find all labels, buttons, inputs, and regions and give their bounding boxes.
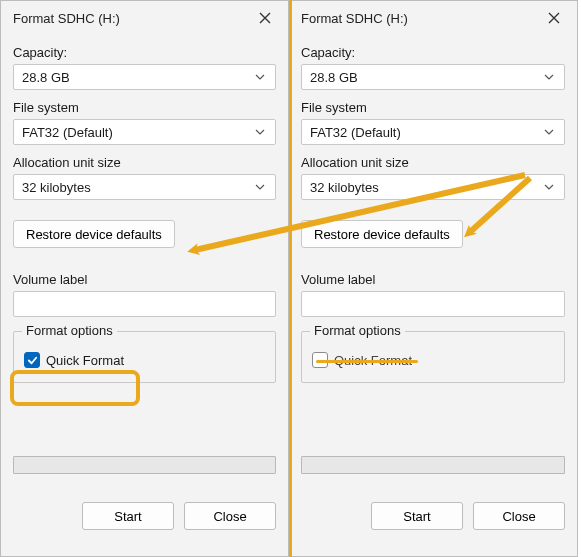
chevron-down-icon <box>542 125 556 139</box>
volume-label-input[interactable] <box>13 291 276 317</box>
annotation-divider <box>289 0 292 557</box>
allocation-select[interactable]: 32 kilobytes <box>13 174 276 200</box>
start-button[interactable]: Start <box>371 502 463 530</box>
quick-format-checkbox[interactable] <box>24 352 40 368</box>
restore-defaults-label: Restore device defaults <box>314 227 450 242</box>
filesystem-select[interactable]: FAT32 (Default) <box>301 119 565 145</box>
titlebar: Format SDHC (H:) <box>1 1 288 35</box>
filesystem-label: File system <box>13 100 276 115</box>
window-title: Format SDHC (H:) <box>13 11 248 26</box>
close-button[interactable]: Close <box>473 502 565 530</box>
format-options-legend: Format options <box>310 323 405 338</box>
chevron-down-icon <box>542 180 556 194</box>
format-options-legend: Format options <box>22 323 117 338</box>
restore-defaults-button[interactable]: Restore device defaults <box>13 220 175 248</box>
restore-defaults-label: Restore device defaults <box>26 227 162 242</box>
chevron-down-icon <box>253 180 267 194</box>
allocation-label: Allocation unit size <box>13 155 276 170</box>
volume-label-input[interactable] <box>301 291 565 317</box>
capacity-value: 28.8 GB <box>310 70 542 85</box>
close-button[interactable]: Close <box>184 502 276 530</box>
format-options-group: Format options Quick Format <box>13 331 276 383</box>
close-icon[interactable] <box>537 5 571 31</box>
window-title: Format SDHC (H:) <box>301 11 537 26</box>
capacity-select[interactable]: 28.8 GB <box>301 64 565 90</box>
chevron-down-icon <box>253 125 267 139</box>
filesystem-value: FAT32 (Default) <box>22 125 253 140</box>
chevron-down-icon <box>253 70 267 84</box>
capacity-label: Capacity: <box>13 45 276 60</box>
format-options-group: Format options Quick Format <box>301 331 565 383</box>
quick-format-label: Quick Format <box>46 353 124 368</box>
start-button[interactable]: Start <box>82 502 174 530</box>
volume-label-label: Volume label <box>13 272 276 287</box>
allocation-select[interactable]: 32 kilobytes <box>301 174 565 200</box>
restore-defaults-button[interactable]: Restore device defaults <box>301 220 463 248</box>
filesystem-value: FAT32 (Default) <box>310 125 542 140</box>
filesystem-label: File system <box>301 100 565 115</box>
volume-label-label: Volume label <box>301 272 565 287</box>
filesystem-select[interactable]: FAT32 (Default) <box>13 119 276 145</box>
format-dialog-left: Format SDHC (H:) Capacity: 28.8 GB File … <box>0 0 289 557</box>
allocation-value: 32 kilobytes <box>310 180 542 195</box>
close-icon[interactable] <box>248 5 282 31</box>
progress-bar <box>301 456 565 474</box>
capacity-value: 28.8 GB <box>22 70 253 85</box>
progress-bar <box>13 456 276 474</box>
format-dialog-right: Format SDHC (H:) Capacity: 28.8 GB File … <box>289 0 578 557</box>
capacity-label: Capacity: <box>301 45 565 60</box>
titlebar: Format SDHC (H:) <box>289 1 577 35</box>
allocation-value: 32 kilobytes <box>22 180 253 195</box>
allocation-label: Allocation unit size <box>301 155 565 170</box>
capacity-select[interactable]: 28.8 GB <box>13 64 276 90</box>
chevron-down-icon <box>542 70 556 84</box>
quick-format-label: Quick Format <box>334 353 412 368</box>
